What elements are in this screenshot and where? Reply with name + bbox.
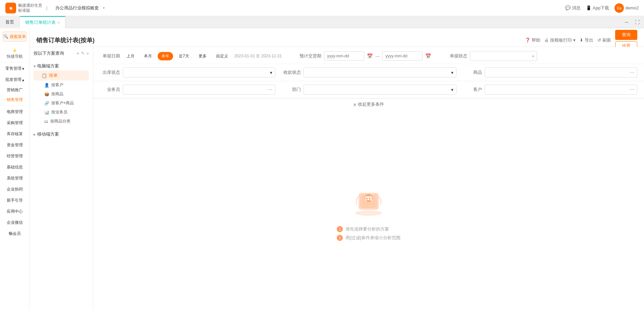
salesperson-icon: 📊 — [44, 110, 49, 115]
sidebar-item-purchase[interactable]: 采购管理 — [0, 117, 29, 128]
filter-row-2: 出库状态 ▾ 收款状态 ▾ 商品 — [93, 64, 644, 81]
maximize-button[interactable]: ⛶ — [633, 18, 641, 26]
delivery-status-label: 出库状态 — [100, 69, 120, 75]
help-icon: ❓ — [525, 38, 530, 43]
top-bar: 畅 畅捷通好生意 标准版 | 办公用品行业模拟账套 ▾ 💬 消息 📱 App下载… — [0, 0, 644, 16]
date-chip-custom[interactable]: 自定义 — [212, 52, 232, 60]
sidebar-item-retail[interactable]: 零售管理 ▾ — [0, 63, 29, 74]
sidebar-item-ecommerce[interactable]: 电商管理 — [0, 106, 29, 117]
sidebar-item-app-center[interactable]: 应用中心 — [0, 206, 29, 217]
scheme-item-by-goods[interactable]: 📦 按商品 — [34, 90, 89, 99]
sidebar-divider-2 — [0, 105, 29, 106]
hint-1: 1 请先选择要分析的方案 — [337, 226, 400, 232]
tab-home[interactable]: 首页 — [0, 16, 20, 28]
sidebar-item-member[interactable]: 畅会员 — [0, 228, 29, 239]
sidebar-item-enterprise[interactable]: 企业协同 — [0, 184, 29, 195]
sidebar-item-inventory[interactable]: 库存核算 — [0, 128, 29, 140]
sidebar-item-newbie[interactable]: 新手引导 — [0, 195, 29, 206]
search-icon: 🔍 — [3, 34, 8, 39]
scheme-item-by-customer-goods[interactable]: 🔗 按客户+商品 — [34, 99, 89, 108]
chevron-down-icon: ▾ — [22, 66, 24, 71]
mobile-category-header[interactable]: ▸ 移动端方案 — [34, 129, 89, 139]
pc-category-header[interactable]: ▾ 电脑端方案 — [34, 62, 89, 70]
sidebar-item-basic[interactable]: 基础信息 — [0, 162, 29, 173]
customer-more-icon[interactable]: ··· — [630, 87, 634, 93]
customer-select[interactable]: ··· — [485, 85, 637, 95]
payment-status-select[interactable]: ▾ — [304, 67, 456, 78]
scheme-item-by-order[interactable]: 📋 按单 — [34, 70, 89, 81]
date-chip-this-year[interactable]: 本年 — [158, 52, 173, 60]
date-chip-this-month[interactable]: 本月 — [140, 52, 156, 60]
goods-filter: 商品 ··· — [462, 67, 637, 78]
salesperson-more-icon[interactable]: ··· — [268, 87, 272, 93]
svg-rect-10 — [364, 206, 374, 208]
calendar-end-icon[interactable]: 📅 — [425, 53, 431, 59]
tab-close-icon[interactable]: × — [58, 20, 60, 24]
scheme-item-by-customer[interactable]: 👤 按客户 — [34, 81, 89, 90]
expected-delivery-end-input[interactable] — [382, 51, 423, 61]
sidebar-item-sales[interactable]: 销售管理 — [3, 95, 26, 105]
sidebar-nav: ⚡ 快捷导航 零售管理 ▾ 批发管理 ▴ 营销推广 销售管理 电商管理 采购管理… — [0, 45, 29, 241]
page-title: 销售订单统计表(按单) — [36, 36, 95, 44]
payment-dropdown-icon: ▾ — [451, 70, 453, 75]
search-menu-button[interactable]: 🔍 帮助 搜索菜单 — [3, 32, 26, 42]
salesperson-select[interactable]: ··· — [123, 85, 275, 95]
minimize-button[interactable]: ─ — [623, 18, 631, 26]
collapse-button[interactable]: ∧ 收起更多条件 — [93, 98, 644, 110]
payment-status-filter: 收款状态 ▾ — [281, 67, 456, 78]
status-select[interactable]: ▾ — [470, 51, 537, 61]
goods-select[interactable]: ··· — [485, 67, 637, 78]
customer-icon: 👤 — [44, 83, 49, 88]
tab-active[interactable]: 销售订单统计表 × — [20, 16, 65, 28]
user-avatar-area[interactable]: Ea demo2 — [614, 3, 639, 13]
date-chip-7days[interactable]: 近7天 — [175, 52, 193, 60]
pc-scheme-category: ▾ 电脑端方案 📋 按单 👤 按客户 📦 按商品 — [30, 60, 93, 128]
app-title-dropdown-icon[interactable]: ▾ — [103, 6, 105, 10]
scheme-item-by-category[interactable]: 🗂 按商品分类 — [34, 117, 89, 126]
message-button[interactable]: 💬 消息 — [565, 5, 581, 11]
logo-area: 畅 畅捷通好生意 标准版 — [5, 3, 42, 13]
logo-text: 畅捷通好生意 标准版 — [18, 3, 42, 13]
help-button[interactable]: ❓ 帮助 — [525, 37, 540, 43]
print-dropdown-icon[interactable]: ▾ — [573, 38, 576, 43]
sidebar-item-wholesale[interactable]: 批发管理 ▴ — [0, 74, 29, 85]
query-button[interactable]: 查询 — [615, 30, 637, 40]
edit-scheme-icon[interactable]: ✎ — [81, 51, 85, 56]
top-bar-left: 畅 畅捷通好生意 标准版 | 办公用品行业模拟账套 ▾ — [5, 3, 105, 13]
app-download-button[interactable]: 📱 App下载 — [586, 5, 609, 11]
logo-icon: 畅 — [5, 3, 16, 13]
svg-point-7 — [366, 198, 368, 199]
expected-delivery-label: 预计交货期 — [298, 53, 321, 59]
sidebar-item-system[interactable]: 系统管理 — [0, 173, 29, 184]
calendar-start-icon[interactable]: 📅 — [367, 53, 373, 59]
sidebar-item-marketing[interactable]: 营销推广 — [3, 85, 26, 95]
mobile-category-label: 移动端方案 — [37, 131, 59, 137]
filter-layout: 按以下方案查询 + ✎ « ▾ 电脑端方案 📋 按单 — [30, 47, 644, 310]
date-chip-last-month[interactable]: 上月 — [123, 52, 138, 60]
status-dropdown-icon: ▾ — [532, 54, 534, 58]
mobile-scheme-category: ▸ 移动端方案 — [30, 128, 93, 141]
date-chip-more[interactable]: 更多 — [195, 52, 210, 60]
pc-category-arrow: ▾ — [34, 64, 36, 69]
sidebar-item-quick-nav[interactable]: ⚡ 快捷导航 — [0, 46, 29, 61]
scheme-item-by-salesperson[interactable]: 📊 按业务员 — [34, 108, 89, 117]
expected-delivery-start-input[interactable] — [324, 51, 364, 61]
department-select[interactable]: ▾ — [304, 85, 456, 95]
collapse-scheme-icon[interactable]: « — [87, 51, 89, 56]
sidebar-item-operations[interactable]: 经营管理 — [0, 151, 29, 162]
goods-more-icon[interactable]: ··· — [630, 69, 634, 75]
refresh-button[interactable]: ↺ 刷新 — [597, 37, 611, 43]
nav-icon: ⚡ — [12, 48, 17, 53]
sidebar-item-finance[interactable]: 资金管理 — [0, 140, 29, 151]
delivery-status-select[interactable]: ▾ — [123, 67, 275, 78]
refresh-icon: ↺ — [597, 38, 601, 43]
collapse-icon: ∧ — [353, 102, 357, 107]
empty-illustration — [348, 179, 389, 221]
date-chips: 上月 本月 本年 近7天 更多 自定义 — [123, 52, 232, 60]
sidebar-item-wechat[interactable]: 企业微信 — [0, 217, 29, 228]
print-button[interactable]: 🖨 按模板打印 ▾ — [544, 37, 576, 43]
category-icon: 🗂 — [44, 119, 48, 124]
export-button[interactable]: ⬇ 导出 — [580, 37, 593, 43]
add-scheme-icon[interactable]: + — [76, 51, 79, 56]
svg-text:畅: 畅 — [9, 7, 12, 10]
